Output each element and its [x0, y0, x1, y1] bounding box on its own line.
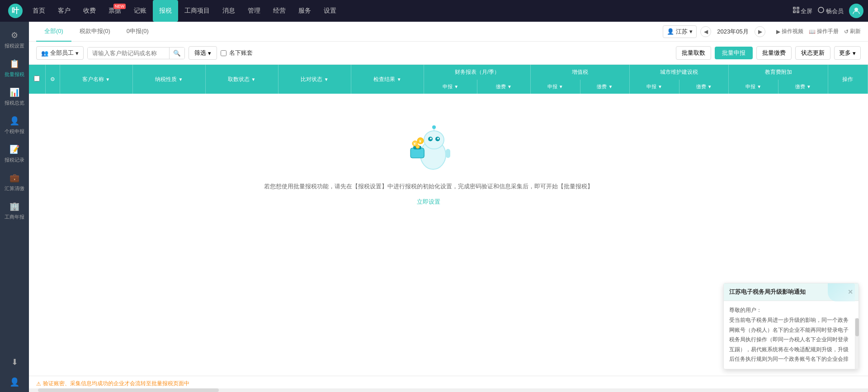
th-compare-status: 比对状态 ▼ — [278, 65, 351, 94]
svg-point-13 — [432, 125, 436, 129]
th-check-result: 检查结果 ▼ — [351, 65, 424, 94]
th-vat-declare: 申报 ▼ — [530, 80, 580, 94]
nav-manage[interactable]: 管理 — [241, 0, 267, 22]
sidebar-bottom: ⬇ 👤 — [7, 352, 22, 392]
date-navigation: ◀ 2023年05月 ▶ — [700, 26, 765, 37]
sidebar-item-tax-settings[interactable]: ⚙ 报税设置 — [0, 25, 29, 54]
batch-tax-icon: 📋 — [9, 58, 20, 69]
svg-rect-2 — [793, 11, 795, 13]
sidebar: ⚙ 报税设置 📋 批量报税 📊 报税总览 👤 个税申报 📝 报税记录 💼 汇算清… — [0, 22, 29, 392]
filter-button[interactable]: 筛选 ▾ — [189, 46, 217, 60]
setup-link[interactable]: 立即设置 — [417, 198, 440, 206]
th-financial-declare: 申报 ▼ — [424, 80, 477, 94]
sidebar-item-annual-report[interactable]: 🏢 工商年报 — [0, 196, 29, 225]
top-right-actions: 全屏 畅会员 — [793, 4, 863, 18]
data-table: ⚙ 客户名称 ▼ 纳税性质 ▼ 取数状态 ▼ 比对状态 ▼ 检查结果 ▼ 财务报… — [29, 65, 868, 233]
nav-home[interactable]: 首页 — [26, 0, 52, 22]
avatar[interactable] — [849, 4, 863, 18]
sidebar-item-tax-overview[interactable]: 📊 报税总览 — [0, 82, 29, 111]
svg-text:¥: ¥ — [419, 139, 421, 143]
scroll-thumb[interactable] — [38, 388, 219, 392]
nav-message[interactable]: 消息 — [216, 0, 241, 22]
tab-zero-declare[interactable]: 0申报(0) — [118, 22, 157, 42]
nav-invoice[interactable]: 票据 NEW — [102, 0, 127, 22]
settlement-icon: 💼 — [9, 172, 20, 183]
select-all-checkbox[interactable] — [34, 76, 40, 81]
nav-billing[interactable]: 收费 — [77, 0, 102, 22]
empty-description: 若您想使用批量报税功能，请先在【报税设置】中进行报税的初始化设置，完成密码验证和… — [264, 182, 593, 191]
bottom-notice: ⚠ 验证账密、采集信息均成功的企业才会流转至批量报税页面中 — [36, 380, 189, 387]
sidebar-item-user[interactable]: 👤 — [7, 372, 22, 392]
refresh-btn[interactable]: ↺ 刷新 — [844, 28, 861, 35]
prev-month-button[interactable]: ◀ — [700, 26, 711, 37]
th-edu-tax: 教育费附加 — [729, 65, 828, 80]
sidebar-item-tax-records[interactable]: 📝 报税记录 — [0, 139, 29, 168]
nav-accounting[interactable]: 记账 — [127, 0, 153, 22]
batch-pay-button[interactable]: 批量缴费 — [756, 46, 792, 60]
next-month-button[interactable]: ▶ — [755, 26, 765, 37]
th-vat-pay: 缴费 ▼ — [580, 80, 630, 94]
operation-video-btn[interactable]: ▶ 操作视频 — [776, 28, 803, 35]
nav-industry[interactable]: 工商项目 — [178, 0, 216, 22]
account-checkbox[interactable] — [221, 50, 226, 56]
download-icon: ⬇ — [9, 357, 20, 368]
th-tax-type: 纳税性质 ▼ — [132, 65, 205, 94]
th-city-pay: 缴费 ▼ — [679, 80, 729, 94]
chevron-down-icon: ▾ — [689, 28, 693, 35]
horizontal-scrollbar[interactable] — [29, 388, 868, 392]
tab-tax-declare[interactable]: 税款申报(0) — [71, 22, 118, 42]
sidebar-item-batch-tax[interactable]: 📋 批量报税 — [0, 54, 29, 82]
tax-overview-icon: 📊 — [9, 87, 20, 98]
th-edu-pay: 缴费 ▼ — [778, 80, 828, 94]
svg-point-10 — [430, 138, 432, 139]
nav-operation[interactable]: 经营 — [267, 0, 292, 22]
robot-illustration: ¥ ¥ — [401, 121, 456, 175]
batch-fetch-button[interactable]: 批量取数 — [676, 46, 711, 60]
more-button[interactable]: 更多 ▾ — [834, 46, 861, 60]
tab-all[interactable]: 全部(0) — [36, 22, 71, 42]
notification-scroll-thumb[interactable] — [855, 318, 859, 336]
th-vat: 增值税 — [530, 65, 629, 80]
logo[interactable]: 叶 — [5, 4, 26, 18]
account-checkbox-label[interactable]: 名下账套 — [221, 49, 253, 57]
nav-tax[interactable]: 报税 — [153, 0, 178, 22]
member-btn[interactable]: 畅会员 — [818, 7, 844, 15]
nav-client[interactable]: 客户 — [52, 0, 77, 22]
nav-service[interactable]: 服务 — [292, 0, 317, 22]
notification-scrollbar[interactable] — [855, 318, 859, 369]
notification-body: 尊敬的用户： 受当前电子税务局进一步升级的影响，同一个政务网账号（办税人）名下的… — [724, 301, 859, 369]
th-action: 操作 — [828, 65, 868, 94]
svg-rect-3 — [797, 11, 799, 13]
notification-title: 江苏电子税务局升级影响通知 — [729, 288, 806, 296]
user-icon: 👤 — [9, 377, 20, 387]
search-button[interactable]: 🔍 — [169, 48, 184, 59]
search-input[interactable] — [88, 48, 169, 59]
chevron-down-icon: ▾ — [75, 50, 79, 57]
employee-icon: 👥 — [41, 50, 48, 57]
new-badge: NEW — [113, 4, 126, 9]
svg-rect-1 — [797, 7, 799, 9]
nav-settings[interactable]: 设置 — [317, 0, 343, 22]
annual-report-icon: 🏢 — [9, 201, 20, 212]
top-navigation: 叶 首页 客户 收费 票据 NEW 记账 报税 工商项目 消息 管理 经营 服务… — [0, 0, 868, 22]
operation-manual-btn[interactable]: 📖 操作手册 — [809, 28, 839, 35]
sidebar-item-settlement[interactable]: 💼 汇算清缴 — [0, 168, 29, 196]
current-date: 2023年05月 — [715, 28, 751, 36]
empty-row: ¥ ¥ 若您想使用批量报税功能，请先在【报税设置】中进行报税的初始化设置，完成密… — [29, 94, 868, 233]
personal-tax-icon: 👤 — [9, 115, 20, 126]
region-selector[interactable]: 👤 江苏 ▾ — [663, 25, 697, 38]
filter-chevron-icon: ▾ — [208, 50, 211, 57]
sidebar-item-personal-tax[interactable]: 👤 个税申报 — [0, 111, 29, 139]
sidebar-item-download[interactable]: ⬇ — [7, 352, 22, 372]
notif-decoration — [828, 283, 855, 301]
batch-declare-button[interactable]: 批量申报 — [715, 47, 753, 59]
employee-selector[interactable]: 👥 全部员工 ▾ — [36, 46, 84, 60]
fullscreen-btn[interactable]: 全屏 — [793, 7, 813, 15]
notification-popup: 江苏电子税务局升级影响通知 ✕ 尊敬的用户： 受当前电子税务局进一步升级的影响，… — [723, 283, 859, 369]
svg-text:¥: ¥ — [414, 142, 416, 146]
tax-settings-icon: ⚙ — [9, 30, 20, 41]
bottom-bar: ⚠ 验证账密、采集信息均成功的企业才会流转至批量报税页面中 — [29, 376, 868, 392]
svg-point-7 — [424, 131, 444, 149]
status-update-button[interactable]: 状态更新 — [795, 46, 830, 60]
person-icon: 👤 — [667, 28, 674, 35]
